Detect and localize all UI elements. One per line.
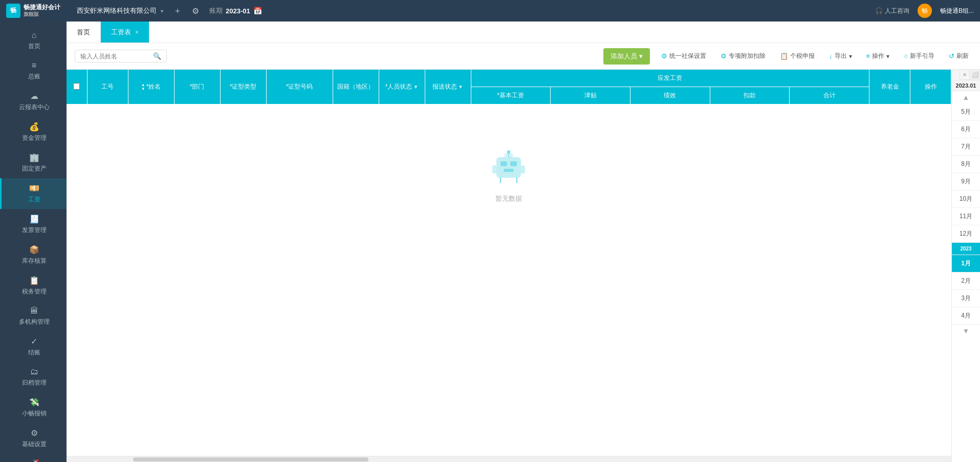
service-icon: 🎧 xyxy=(875,7,883,14)
sidebar-label-close: 结账 xyxy=(28,348,40,357)
operate-action[interactable]: ≡ 操作 ▾ xyxy=(863,50,893,62)
tax-report-action[interactable]: 📋 个税申报 xyxy=(777,50,818,62)
multi-icon: 🏛 xyxy=(30,306,38,316)
sidebar-label-settings: 基础设置 xyxy=(22,440,47,449)
sidebar-label-expense: 小畅报销 xyxy=(22,409,47,418)
ledger-icon: ≡ xyxy=(32,61,36,70)
report-filter-icon[interactable]: ▼ xyxy=(458,84,463,90)
refresh-action[interactable]: ↺ 刷新 xyxy=(946,50,972,62)
date-month-2022-07[interactable]: 7月 xyxy=(952,138,980,156)
table-body: 暂无数据 xyxy=(67,104,951,244)
calendar-icon[interactable]: 📅 xyxy=(253,7,262,15)
sidebar-item-invoice[interactable]: 🧾 发票管理 xyxy=(0,209,67,240)
th-status: *人员状态 ▼ xyxy=(379,70,425,104)
date-month-2022-11[interactable]: 11月 xyxy=(952,208,980,225)
svg-rect-2 xyxy=(510,161,517,166)
date-month-2022-12[interactable]: 12月 xyxy=(952,225,980,243)
service-button[interactable]: 🎧 人工咨询 xyxy=(875,7,909,15)
empty-text: 暂无数据 xyxy=(495,194,522,203)
logo-char: 畅 xyxy=(10,6,16,15)
company-selector[interactable]: 西安虾米网络科技有限公司 ▾ xyxy=(73,4,167,17)
date-month-2022-06[interactable]: 6月 xyxy=(952,121,980,138)
top-header: 畅 畅捷通好会计 旗舰版 西安虾米网络科技有限公司 ▾ ＋ ⚙ 账期 2023-… xyxy=(0,0,980,22)
th-action: 操作 xyxy=(910,70,951,104)
export-action[interactable]: ↓ 导出 ▾ xyxy=(826,50,855,62)
horizontal-scrollbar[interactable] xyxy=(133,457,368,461)
date-panel-nav-down[interactable]: ▼ xyxy=(952,325,980,337)
status-filter-icon[interactable]: ▼ xyxy=(413,84,418,90)
export-arrow: ▾ xyxy=(849,53,852,60)
header-right: 🎧 人工咨询 畅 畅捷通B组... xyxy=(875,4,974,18)
svg-rect-5 xyxy=(521,165,525,174)
sidebar-item-fund[interactable]: 💰 资金管理 xyxy=(0,117,67,148)
inventory-icon: 📦 xyxy=(29,245,39,255)
table-container: 工号 ▲▼ *姓名 *部门 xyxy=(67,70,951,456)
sidebar-item-multi[interactable]: 🏛 多机构管理 xyxy=(0,301,67,331)
th-dept: *部门 xyxy=(174,70,220,104)
tab-home[interactable]: 首页 xyxy=(67,22,101,43)
svg-point-8 xyxy=(507,150,510,153)
date-panel-header-text: 2023.01 xyxy=(956,82,976,89)
sidebar-item-close[interactable]: ✓ 结账 xyxy=(0,331,67,362)
th-perf: 绩效 xyxy=(630,87,710,104)
tab-salary[interactable]: 工资表 × xyxy=(101,22,149,43)
date-month-2022-10[interactable]: 10月 xyxy=(952,191,980,208)
sidebar-item-salary[interactable]: 💴 工资 xyxy=(0,178,67,209)
date-month-2023-03[interactable]: 3月 xyxy=(952,290,980,307)
sidebar-item-archive[interactable]: 🗂 归档管理 xyxy=(0,362,67,392)
date-month-2023-04[interactable]: 4月 xyxy=(952,307,980,325)
date-month-2022-08[interactable]: 8月 xyxy=(952,156,980,173)
tax-report-icon: 📋 xyxy=(780,52,788,60)
th-group-salary: 应发工资 xyxy=(471,70,869,87)
th-empno: 工号 xyxy=(87,70,128,104)
select-all-checkbox[interactable] xyxy=(73,83,80,90)
year-badge: 2023 xyxy=(958,245,973,252)
tab-salary-close[interactable]: × xyxy=(135,29,139,36)
salary-icon: 💴 xyxy=(29,183,39,193)
sidebar-item-ledger[interactable]: ≡ 总账 xyxy=(0,56,67,86)
tab-bar: 首页 工资表 × xyxy=(67,22,980,43)
special-deduct-action[interactable]: ⚙ 专项附加扣除 xyxy=(717,50,769,62)
date-panel-expand-button[interactable]: ⬜ xyxy=(970,70,980,80)
scrollbar-area xyxy=(67,456,951,462)
add-person-button[interactable]: 添加人员 ▾ xyxy=(603,48,650,65)
date-panel-close-button[interactable]: × xyxy=(960,70,970,80)
period-value[interactable]: 2023-01 xyxy=(226,7,250,15)
th-report: 报送状态 ▼ xyxy=(425,70,471,104)
sidebar-item-cloud[interactable]: ☁ 云报表中心 xyxy=(0,86,67,117)
search-icon: 🔍 xyxy=(153,52,161,60)
social-settings-action[interactable]: ⚙ 统一社保设置 xyxy=(658,50,709,62)
date-month-2023-02[interactable]: 2月 xyxy=(952,272,980,290)
add-company-button[interactable]: ＋ xyxy=(171,4,184,18)
date-month-2022-05[interactable]: 5月 xyxy=(952,103,980,121)
name-sort-icon[interactable]: ▲▼ xyxy=(141,83,145,91)
sidebar-item-guide[interactable]: 🚀 新手引导 xyxy=(0,454,67,462)
social-settings-icon: ⚙ xyxy=(661,52,667,60)
expense-icon: 💸 xyxy=(29,397,39,407)
operate-label: 操作 xyxy=(872,52,884,60)
export-label: 导出 xyxy=(835,52,847,60)
date-month-2022-09[interactable]: 9月 xyxy=(952,173,980,191)
settings-icon[interactable]: ⚙ xyxy=(190,4,201,18)
guide-action[interactable]: ○ 新手引导 xyxy=(901,50,938,62)
sidebar-item-expense[interactable]: 💸 小畅报销 xyxy=(0,392,67,423)
search-input[interactable] xyxy=(80,53,150,60)
add-person-label: 添加人员 xyxy=(611,52,637,61)
sidebar-item-asset[interactable]: 🏢 固定资产 xyxy=(0,148,67,178)
svg-rect-0 xyxy=(496,157,521,178)
date-month-2023-01[interactable]: 1月 xyxy=(952,255,980,272)
logo-icon: 畅 xyxy=(6,4,20,18)
sidebar-item-inventory[interactable]: 📦 库存核算 xyxy=(0,240,67,270)
sidebar-item-tax[interactable]: 📋 税务管理 xyxy=(0,270,67,301)
sidebar-item-home[interactable]: ⌂ 首页 xyxy=(0,26,67,56)
salary-table: 工号 ▲▼ *姓名 *部门 xyxy=(67,70,951,244)
cloud-icon: ☁ xyxy=(30,91,38,101)
sidebar-label-multi: 多机构管理 xyxy=(19,318,50,326)
period-label: 账期 xyxy=(209,6,223,15)
guide-action-label: 新手引导 xyxy=(910,52,934,60)
sidebar-item-settings[interactable]: ⚙ 基础设置 xyxy=(0,423,67,454)
close-period-icon: ✓ xyxy=(31,337,37,346)
operate-arrow: ▾ xyxy=(886,53,889,60)
date-panel-nav-up[interactable]: ▲ xyxy=(952,91,980,103)
sidebar-label-ledger: 总账 xyxy=(28,72,40,81)
